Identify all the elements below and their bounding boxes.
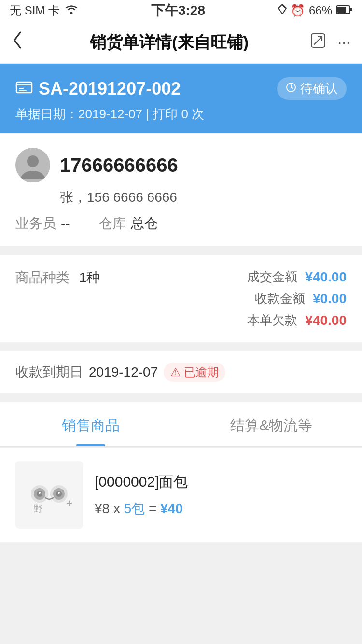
customer-name: 张，156 6666 6666 [15, 188, 347, 207]
order-date: 单据日期：2019-12-07 | 打印 0 次 [15, 106, 347, 123]
share-icon[interactable] [310, 33, 326, 52]
nav-bar: 销货单详情(来自旺铺) ··· [0, 21, 362, 64]
nav-actions: ··· [310, 33, 350, 52]
tabs-row: 销售商品 结算&物流等 [0, 402, 362, 447]
tab-settlement[interactable]: 结算&物流等 [181, 402, 362, 446]
summary-section: 商品种类 1种 成交金额 ¥40.00 收款金额 ¥0.00 本单欠款 ¥40.… [0, 255, 362, 342]
divider-3 [0, 394, 362, 402]
payment-amount-value: ¥0.00 [313, 291, 347, 307]
owed-amount-value: ¥40.00 [305, 313, 347, 328]
status-right: ⏰ 66% [278, 4, 352, 17]
divider-2 [0, 343, 362, 351]
svg-point-15 [58, 492, 60, 494]
summary-right: 成交金额 ¥40.00 收款金额 ¥0.00 本单欠款 ¥40.00 [247, 268, 347, 329]
location-icon [278, 4, 287, 17]
back-button[interactable] [12, 30, 28, 54]
product-info: [0000002]面包 ¥8 x 5包 = ¥40 [95, 472, 347, 518]
due-label: 收款到期日 [15, 363, 83, 381]
svg-text:野: 野 [34, 504, 42, 514]
warehouse-label: 仓库 [99, 214, 126, 233]
overdue-icon: ⚠ [170, 365, 181, 379]
warehouse-value: 总仓 [131, 214, 158, 233]
carrier-text: 无 SIM 卡 [10, 3, 60, 18]
status-time: 下午3:28 [151, 1, 205, 20]
product-type-value: 1种 [79, 270, 100, 285]
order-header-card: SA-20191207-002 待确认 单据日期：2019-12-07 | 打印… [0, 64, 362, 133]
tabs-section: 销售商品 结算&物流等 [0, 402, 362, 447]
page-title: 销货单详情(来自旺铺) [28, 31, 310, 54]
battery-icon [336, 4, 352, 17]
divider-1 [0, 247, 362, 255]
svg-point-14 [39, 492, 41, 494]
product-card: + 野 [0000002]面包 ¥8 x 5包 = ¥40 [0, 448, 362, 542]
due-date-value: 2019-12-07 [89, 364, 158, 380]
overdue-badge: ⚠ 已逾期 [164, 363, 225, 382]
status-bar: 无 SIM 卡 下午3:28 ⏰ 66% [0, 0, 362, 21]
sales-label: 业务员 [15, 214, 56, 233]
overdue-text: 已逾期 [184, 364, 219, 380]
svg-point-0 [70, 12, 73, 14]
customer-phone: 17666666666 [60, 154, 178, 176]
customer-meta: 业务员 -- 仓库 总仓 [15, 214, 347, 233]
bg-area [0, 543, 362, 644]
due-section: 收款到期日 2019-12-07 ⚠ 已逾期 [0, 351, 362, 393]
svg-point-7 [27, 155, 39, 167]
payment-amount-label: 收款金额 [255, 290, 305, 307]
product-name: [0000002]面包 [95, 472, 347, 492]
owed-amount-label: 本单欠款 [247, 312, 297, 329]
deal-amount-label: 成交金额 [247, 268, 297, 285]
deal-amount-value: ¥40.00 [305, 269, 347, 285]
customer-section: 17666666666 张，156 6666 6666 业务员 -- 仓库 总仓 [0, 134, 362, 246]
sales-value: -- [61, 216, 70, 231]
product-price: ¥8 x 5包 = ¥40 [95, 500, 347, 518]
status-badge: 待确认 [277, 77, 347, 100]
product-type-label: 商品种类 1种 [15, 268, 100, 287]
alarm-icon: ⏰ [291, 4, 305, 17]
svg-text:+: + [66, 497, 72, 509]
wifi-icon [65, 4, 78, 17]
avatar [15, 148, 50, 182]
tab-products[interactable]: 销售商品 [0, 402, 181, 446]
battery-text: 66% [309, 4, 332, 17]
svg-rect-2 [337, 7, 346, 13]
status-left: 无 SIM 卡 [10, 3, 78, 18]
order-icon [15, 79, 33, 99]
product-thumbnail: + 野 [15, 461, 83, 529]
order-id: SA-20191207-002 [15, 79, 181, 99]
more-icon[interactable]: ··· [337, 33, 350, 51]
clock-icon [286, 81, 296, 96]
